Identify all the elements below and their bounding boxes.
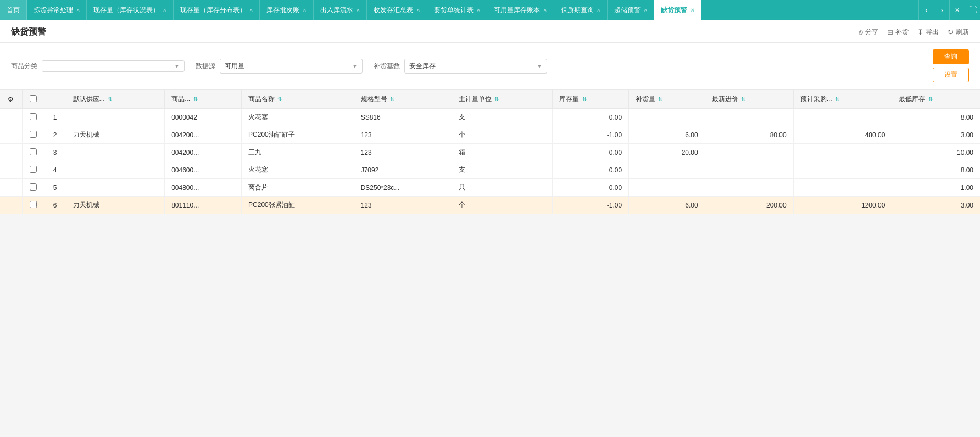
tab-overstock[interactable]: 超储预警 × <box>608 0 654 20</box>
spec-sort-icon: ⇅ <box>390 96 394 102</box>
tab-close-all-button[interactable]: × <box>949 0 965 20</box>
filter-bar: 商品分类 ▼ 数据源 可用量 ▼ 补货基数 安全库存 ▼ 查询 设置 <box>0 43 980 89</box>
datasource-dropdown-icon: ▼ <box>352 63 358 69</box>
row-checkbox-cell[interactable] <box>22 144 44 161</box>
page-title: 缺货预警 <box>11 26 46 38</box>
th-unit[interactable]: 主计量单位 ⇅ <box>452 90 553 109</box>
row-est-purchase: 1200.00 <box>793 197 892 214</box>
row-unit: 支 <box>452 161 553 179</box>
tab-expiry-query[interactable]: 保质期查询 × <box>554 0 608 20</box>
row-num: 2 <box>44 126 66 144</box>
row-checkbox-cell[interactable] <box>22 109 44 126</box>
th-check[interactable] <box>22 90 44 109</box>
tab-stockout[interactable]: 缺货预警 × <box>654 0 701 20</box>
row-min-stock: 8.00 <box>892 161 980 179</box>
table-row: 4 004600... 火花塞 J7092 支 0.00 8.00 <box>0 161 980 179</box>
th-spec[interactable]: 规格型号 ⇅ <box>354 90 452 109</box>
row-unit: 个 <box>452 197 553 214</box>
tab-expiry-query-close[interactable]: × <box>597 7 600 13</box>
row-latest-price <box>705 109 793 126</box>
category-select[interactable]: ▼ <box>42 60 185 72</box>
tab-inventory-status-close[interactable]: × <box>163 7 166 13</box>
datasource-select[interactable]: 可用量 ▼ <box>220 59 363 74</box>
export-button[interactable]: ↧ 导出 <box>917 27 939 37</box>
row-latest-price: 80.00 <box>705 126 793 144</box>
tab-overstock-close[interactable]: × <box>644 7 647 13</box>
tab-bar: 首页 拣货异常处理 × 现存量（库存状况表） × 现存量（库存分布表） × 库存… <box>0 0 980 20</box>
row-checkbox[interactable] <box>30 148 37 155</box>
category-dropdown-icon: ▼ <box>174 63 180 69</box>
tab-abnormal[interactable]: 拣货异常处理 × <box>27 0 87 20</box>
datasource-label: 数据源 <box>196 61 215 71</box>
refresh-button[interactable]: ↻ 刷新 <box>948 27 969 37</box>
row-checkbox[interactable] <box>30 113 37 120</box>
tab-next-button[interactable]: › <box>934 0 949 20</box>
row-goods-name: 三九 <box>242 144 354 161</box>
tab-available-ledger-close[interactable]: × <box>543 7 547 13</box>
row-checkbox[interactable] <box>30 201 37 208</box>
row-est-purchase <box>793 179 892 197</box>
row-checkbox[interactable] <box>30 166 37 173</box>
settings-button[interactable]: 设置 <box>933 68 969 82</box>
row-goods-name: 离合片 <box>242 179 354 197</box>
tab-prev-button[interactable]: ‹ <box>918 0 934 20</box>
query-button[interactable]: 查询 <box>933 49 969 64</box>
tab-collect-summary[interactable]: 收发存汇总表 × <box>367 0 427 20</box>
tab-inout-flow[interactable]: 出入库流水 × <box>314 0 367 20</box>
row-gear-cell <box>0 179 22 197</box>
row-replenish-qty <box>629 161 705 179</box>
row-goods-code: 004600... <box>165 161 242 179</box>
replenish-button[interactable]: ⊞ 补货 <box>887 27 909 37</box>
row-checkbox[interactable] <box>30 131 37 138</box>
replenish-base-select[interactable]: 安全库存 ▼ <box>404 59 547 74</box>
filter-actions: 查询 设置 <box>933 49 969 82</box>
table-row: 2 力天机械 004200... PC200油缸缸子 123 个 -1.00 6… <box>0 126 980 144</box>
tab-demand-stats[interactable]: 要货单统计表 × <box>427 0 487 20</box>
row-stock: 0.00 <box>553 144 629 161</box>
row-checkbox-cell[interactable] <box>22 197 44 214</box>
replenish-base-label: 补货基数 <box>374 61 400 71</box>
tab-home[interactable]: 首页 <box>0 0 27 20</box>
row-checkbox-cell[interactable] <box>22 161 44 179</box>
tab-inventory-status[interactable]: 现存量（库存状况表） × <box>87 0 173 20</box>
row-est-purchase <box>793 161 892 179</box>
tab-inout-flow-close[interactable]: × <box>357 7 360 13</box>
header-actions: ⎋ 分享 ⊞ 补货 ↧ 导出 ↻ 刷新 <box>859 27 969 37</box>
row-checkbox-cell[interactable] <box>22 179 44 197</box>
tab-available-ledger[interactable]: 可用量库存账本 × <box>487 0 554 20</box>
select-all-checkbox[interactable] <box>30 95 37 102</box>
replenish-base-filter-group: 补货基数 安全库存 ▼ <box>374 59 547 74</box>
row-num: 5 <box>44 179 66 197</box>
th-min-stock[interactable]: 最低库存 ⇅ <box>892 90 980 109</box>
row-unit: 箱 <box>452 144 553 161</box>
tab-batch-account-close[interactable]: × <box>303 7 306 13</box>
tab-batch-account[interactable]: 库存批次账 × <box>260 0 313 20</box>
row-spec: 123 <box>354 126 452 144</box>
tab-fullscreen-button[interactable]: ⛶ <box>965 0 980 20</box>
th-replenish-qty[interactable]: 补货量 ⇅ <box>629 90 705 109</box>
row-num: 3 <box>44 144 66 161</box>
row-checkbox[interactable] <box>30 183 37 191</box>
tab-collect-summary-close[interactable]: × <box>416 7 420 13</box>
row-stock: 0.00 <box>553 179 629 197</box>
tab-inventory-dist[interactable]: 现存量（库存分布表） × <box>174 0 260 20</box>
row-min-stock: 3.00 <box>892 197 980 214</box>
th-gear[interactable]: ⚙ <box>0 90 22 109</box>
replenish-base-dropdown-icon: ▼ <box>537 63 542 69</box>
th-est-purchase[interactable]: 预计采购... ⇅ <box>793 90 892 109</box>
th-stock[interactable]: 库存量 ⇅ <box>553 90 629 109</box>
tab-demand-stats-close[interactable]: × <box>477 7 480 13</box>
th-latest-price[interactable]: 最新进价 ⇅ <box>705 90 793 109</box>
tab-inventory-dist-close[interactable]: × <box>249 7 253 13</box>
row-goods-code: 0000042 <box>165 109 242 126</box>
row-replenish-qty <box>629 179 705 197</box>
th-goods-code[interactable]: 商品... ⇅ <box>165 90 242 109</box>
th-supplier[interactable]: 默认供应... ⇅ <box>66 90 165 109</box>
row-gear-cell <box>0 161 22 179</box>
unit-sort-icon: ⇅ <box>494 96 499 102</box>
th-goods-name[interactable]: 商品名称 ⇅ <box>242 90 354 109</box>
tab-abnormal-close[interactable]: × <box>76 7 80 13</box>
row-checkbox-cell[interactable] <box>22 126 44 144</box>
share-button[interactable]: ⎋ 分享 <box>859 27 878 37</box>
tab-stockout-close[interactable]: × <box>691 7 694 13</box>
